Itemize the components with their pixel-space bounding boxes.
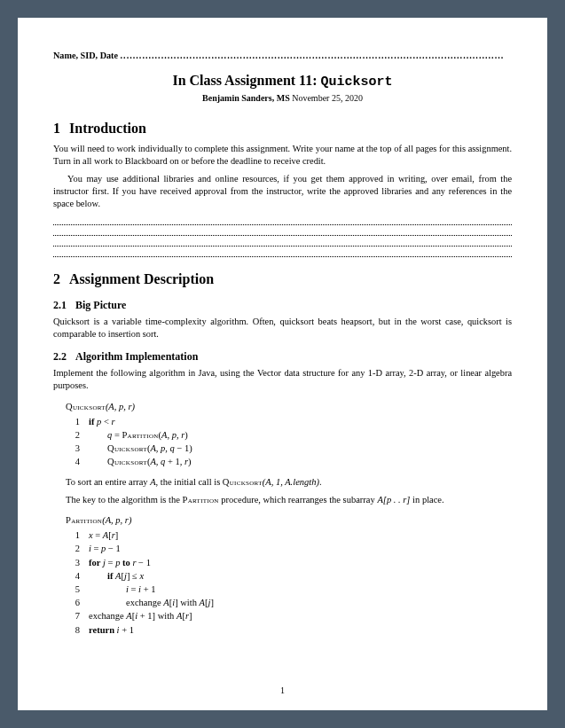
section-title: Assignment Description (69, 271, 214, 286)
algo-line: 6 exchange A[i] with A[j] (66, 596, 512, 609)
subsection-title: Big Picture (75, 299, 126, 311)
algo-name: Quicksort (66, 402, 106, 411)
dotted-line (53, 215, 512, 225)
write-in-lines (53, 215, 512, 257)
code: exchange A[i] with A[j] (89, 596, 214, 609)
line-number: 3 (66, 442, 80, 455)
algo-line: 3 Quicksort(A, p, q − 1) (66, 442, 512, 455)
document-page: Name, SID, Date ........................… (18, 18, 547, 710)
dotted-line (53, 226, 512, 236)
line-number: 7 (66, 609, 80, 622)
code: i = i + 1 (89, 583, 155, 596)
algo-line: 1if p < r (66, 415, 512, 428)
line-number: 4 (66, 569, 80, 583)
text: in place. (410, 495, 443, 505)
code: q = Partition(A, p, r) (89, 428, 188, 442)
algo-line: 8return i + 1 (66, 623, 512, 637)
author-name: Benjamin Sanders, MS (202, 93, 290, 103)
algorithm-quicksort: Quicksort(A, p, r) 1if p < r 2 q = Parti… (66, 400, 512, 469)
document-date: November 25, 2020 (292, 93, 363, 103)
line-number: 1 (66, 528, 80, 542)
subsection-number: 2.1 (53, 298, 67, 312)
algo-args: (A, p, r) (106, 402, 135, 411)
code: Quicksort(A, p, q − 1) (89, 442, 192, 455)
line-number: 3 (66, 556, 80, 569)
args: (A, 1, A.length) (263, 477, 319, 487)
algo-line: 2 q = Partition(A, p, r) (66, 428, 512, 442)
line-number: 5 (66, 583, 80, 596)
line-number: 1 (66, 415, 80, 428)
dotted-line (53, 247, 512, 257)
name-label: Name, SID, Date (53, 51, 121, 60)
text: The key to the algorithm is the (66, 495, 183, 505)
algo-line: 1x = A[r] (66, 528, 512, 542)
section-title: Introduction (69, 121, 146, 136)
author-line: Benjamin Sanders, MS November 25, 2020 (53, 92, 512, 105)
subsection-title: Algorithm Implementation (75, 350, 198, 363)
mid-paragraph-2: The key to the algorithm is the Partitio… (66, 494, 512, 506)
algo-args: (A, p, r) (102, 515, 131, 525)
line-number: 8 (66, 623, 80, 637)
line-number: 2 (66, 542, 80, 555)
algo-line: 4 if A[j] ≤ x (66, 569, 512, 583)
section-number: 2 (53, 270, 60, 289)
algo-line: 2i = p − 1 (66, 542, 512, 555)
algo-line: 3for j = p to r − 1 (66, 556, 512, 569)
text: procedure, which rearranges the subarray (219, 495, 378, 505)
code: return i + 1 (89, 623, 134, 637)
mid-paragraph-1: To sort an entire array A, the initial c… (66, 476, 512, 489)
impl-paragraph: Implement the following algorithm in Jav… (53, 367, 512, 392)
line-number: 2 (66, 428, 80, 442)
code: x = A[r] (89, 528, 118, 542)
document-title: In Class Assignment 11: Quicksort (53, 71, 512, 91)
title-code: Quicksort (321, 74, 393, 90)
dotted-line (53, 237, 512, 247)
dotted-fill: ........................................… (121, 51, 505, 60)
subsection-2-2-heading: 2.2Algorithm Implementation (53, 349, 512, 364)
line-number: 6 (66, 596, 80, 609)
section-number: 1 (53, 119, 60, 138)
algo-header: Quicksort(A, p, r) (66, 400, 512, 413)
intro-paragraph-2: You may use additional libraries and onl… (53, 173, 512, 210)
algorithm-partition: Partition(A, p, r) 1x = A[r] 2i = p − 1 … (66, 513, 512, 637)
page-number: 1 (18, 685, 547, 697)
code: for j = p to r − 1 (89, 556, 151, 569)
subsection-2-1-heading: 2.1Big Picture (53, 298, 512, 312)
algo-name: Partition (66, 515, 102, 525)
proc-name: Partition (183, 495, 219, 505)
code: i = p − 1 (89, 542, 121, 555)
code: exchange A[i + 1] with A[r] (89, 609, 192, 622)
code: Quicksort(A, q + 1, r) (89, 455, 192, 468)
proc-name: Quicksort (223, 477, 263, 487)
name-sid-date-line: Name, SID, Date ........................… (53, 50, 512, 62)
text: , the initial call is (156, 477, 223, 487)
algo-line: 4 Quicksort(A, q + 1, r) (66, 455, 512, 468)
section-2-heading: 2Assignment Description (53, 270, 512, 289)
line-number: 4 (66, 455, 80, 468)
algo-header: Partition(A, p, r) (66, 513, 512, 527)
subsection-number: 2.2 (53, 349, 67, 364)
text: To sort an entire array (66, 477, 150, 487)
var: A[p . . r] (377, 495, 410, 505)
intro-paragraph-1: You will need to work individually to co… (53, 143, 512, 168)
title-text: In Class Assignment 11: (172, 73, 320, 88)
algo-line: 5 i = i + 1 (66, 583, 512, 596)
bigpicture-paragraph: Quicksort is a variable time-complexity … (53, 316, 512, 341)
section-1-heading: 1Introduction (53, 119, 512, 138)
code: if p < r (89, 415, 115, 428)
code: if A[j] ≤ x (89, 569, 144, 583)
algo-line: 7exchange A[i + 1] with A[r] (66, 609, 512, 622)
